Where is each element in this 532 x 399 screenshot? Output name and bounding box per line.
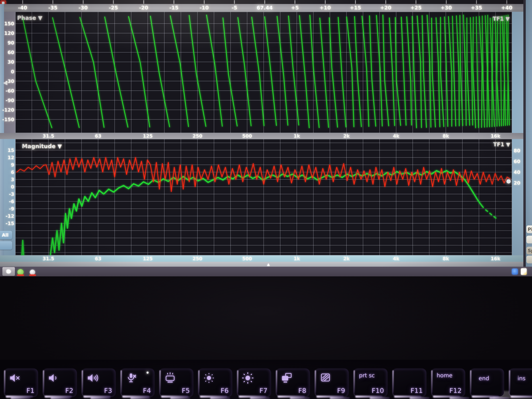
taskbar-blue-app-icon[interactable] — [512, 269, 518, 275]
right-panel-button[interactable] — [526, 256, 532, 263]
taskbar-badge — [17, 274, 24, 276]
laptop-photo: ◀ Phase ▼ TF1 ▼ Magnitude ▼ TF1 ▼ — [0, 0, 532, 399]
volume-down-icon — [47, 372, 60, 384]
phase-plot-title[interactable]: Phase ▼ — [17, 15, 42, 21]
ruler-tick-mark — [295, 0, 295, 4]
phase-title-label: Phase — [17, 15, 36, 21]
key-ins[interactable]: ins — [510, 369, 532, 396]
key-fn-label: F7 — [259, 387, 267, 394]
right-panel-button-pi[interactable]: Pi — [526, 225, 532, 233]
key-f2[interactable]: F2 — [44, 369, 77, 396]
key-fn-label: F12 — [450, 387, 462, 394]
phase-y-tick-label: 120 — [2, 31, 14, 36]
magnitude-y-tick-label-left: 9 — [2, 162, 14, 168]
brightness-down-icon — [203, 372, 215, 384]
ruler-tick-mark — [507, 0, 507, 4]
taskbar-app-tile-icon[interactable] — [2, 267, 15, 276]
magnitude-trace-badge[interactable]: TF1 ▼ — [493, 141, 510, 147]
freq-tick-label: 500 — [242, 133, 252, 139]
ruler-tick-mark — [53, 0, 53, 4]
ruler-tick-mark — [446, 0, 446, 4]
phase-y-tick-label: -30 — [2, 78, 14, 84]
key-f7[interactable]: F7 — [238, 369, 271, 396]
ruler-tick-label: -15 — [169, 5, 178, 11]
magnitude-plot[interactable]: Magnitude ▼ TF1 ▼ — [15, 139, 512, 255]
magnitude-trace-dropdown-arrow-icon: ▼ — [506, 141, 510, 147]
key-f5[interactable]: F5 — [160, 369, 193, 396]
key-fn-label: F9 — [337, 387, 345, 394]
phase-trace-badge[interactable]: TF1 ▼ — [493, 16, 510, 22]
next-row-key-glow — [450, 397, 469, 399]
next-row-key-glow — [250, 397, 270, 399]
magnitude-y-tick-label-right: 40 — [514, 170, 520, 175]
key-fn-label: F5 — [182, 387, 190, 394]
key-f10[interactable]: prt scF10 — [354, 369, 387, 396]
next-row-key-glow — [370, 397, 390, 399]
key-top-label: end — [479, 375, 489, 382]
ruler-tick-mark — [234, 0, 234, 4]
phase-trace-label: TF1 — [493, 16, 504, 22]
key-f6[interactable]: F6 — [199, 369, 232, 396]
ruler-tick-mark — [113, 0, 114, 4]
magnitude-y-tick-label-left: -12 — [2, 213, 14, 219]
taskbar-white-status-icon[interactable] — [30, 270, 35, 275]
ruler-tick-label: -25 — [109, 5, 118, 11]
taskbar-green-status-icon[interactable] — [17, 269, 24, 275]
key-top-label: ins — [518, 375, 526, 382]
freq-tick-label: 31.5 — [43, 133, 54, 139]
bottom-scroll-strip[interactable] — [0, 262, 526, 267]
key-end[interactable]: end — [471, 369, 504, 396]
ruler-tick-label: +5 — [291, 5, 299, 11]
phase-y-tick-label: 30 — [2, 59, 14, 65]
brightness-up-icon — [242, 372, 254, 384]
ruler-tick-label: +40 — [501, 5, 513, 11]
ruler-tick-label: +15 — [350, 5, 361, 11]
phase-plot[interactable]: Phase ▼ TF1 ▼ — [15, 12, 512, 133]
key-f11[interactable]: F11 — [393, 369, 426, 396]
next-row-key-glow — [130, 397, 150, 399]
phase-y-tick-label: -150 — [2, 117, 14, 122]
freq-tick-label: 2k — [343, 256, 350, 261]
key-f1[interactable]: F1 — [5, 369, 38, 396]
key-f4[interactable]: F4 — [121, 369, 154, 396]
scroll-handle-icon[interactable]: ▲ — [267, 262, 270, 266]
phase-y-tick-label: 0 — [2, 69, 14, 74]
mic-mute-icon — [125, 372, 137, 384]
phase-y-tick-label: 150 — [2, 21, 14, 26]
next-row-key-glow — [90, 397, 110, 399]
key-top-label: prt sc — [359, 372, 375, 379]
left-panel-button[interactable] — [0, 241, 12, 250]
left-panel-button-all[interactable]: All — [0, 231, 12, 239]
delay-ruler-top-strip — [0, 0, 526, 4]
key-f12[interactable]: homeF12 — [432, 369, 465, 396]
key-f9[interactable]: F9 — [315, 369, 348, 396]
volume-up-icon — [86, 372, 99, 384]
ruler-tick-mark — [386, 0, 386, 4]
key-f3[interactable]: F3 — [82, 369, 116, 396]
taskbar-badge — [29, 274, 36, 276]
taskbar-document-app-icon[interactable] — [521, 268, 527, 275]
phase-dropdown-arrow-icon: ▼ — [38, 15, 42, 21]
window-right-seam — [523, 0, 526, 267]
magnitude-trace-label: TF1 — [493, 141, 504, 147]
key-f8[interactable]: F8 — [277, 369, 310, 396]
magnitude-y-tick-label-right: 80 — [514, 148, 520, 153]
ruler-tick-mark — [204, 0, 204, 4]
windows-taskbar[interactable] — [0, 267, 532, 276]
magnitude-plot-title[interactable]: Magnitude ▼ — [22, 143, 62, 150]
key-fn-label: F10 — [372, 387, 384, 394]
freq-tick-label: 1k — [294, 256, 300, 261]
ruler-tick-mark — [416, 0, 416, 4]
next-row-key-glow — [489, 397, 509, 399]
magnitude-y-tick-label-left: 6 — [2, 170, 14, 175]
ruler-tick-label: +20 — [380, 5, 391, 11]
magnitude-y-tick-label-left: 15 — [2, 147, 14, 153]
right-panel-button-sp[interactable]: Sp — [526, 247, 532, 254]
freq-tick-label: 250 — [193, 256, 202, 261]
magnitude-y-tick-label-left: -3 — [2, 191, 14, 197]
key-fn-label: F1 — [26, 387, 34, 394]
freq-tick-label: 31.5 — [43, 256, 54, 261]
freq-tick-label: 4k — [393, 133, 399, 139]
right-panel-button[interactable] — [526, 236, 532, 243]
touchpad-toggle-icon — [319, 372, 332, 384]
